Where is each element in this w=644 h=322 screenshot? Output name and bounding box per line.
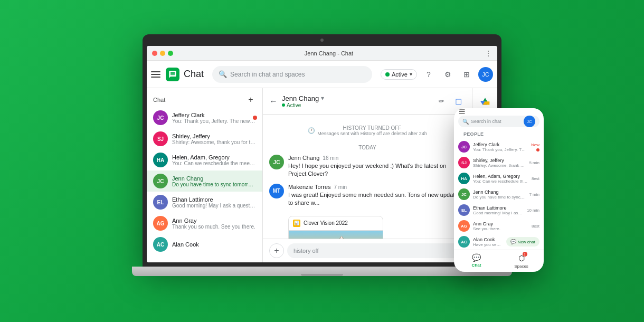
phone-contact-time: 7 min [529,192,539,197]
phone-contact-ann[interactable]: AG Ann Gray See you there. 8est [454,218,544,234]
sidebar-item-helen[interactable]: HA Helen, Adam, Gregory You: Can we resc… [147,149,262,171]
add-attachment-btn[interactable]: + [269,243,284,258]
phone-contact-preview: You: Can we reschedule the meeting fo... [473,179,528,184]
message-sender: Makenzie Torres [288,184,331,190]
minimize-window-btn[interactable] [160,51,165,56]
message-time: 7 min [334,184,347,190]
google-drive-icon[interactable] [477,92,494,109]
user-avatar[interactable]: JC [478,67,493,82]
edit-chat-btn[interactable]: ✏ [434,94,449,109]
message-sender: Jenn Chang [288,155,319,161]
phone-section-label: PEOPLE [458,130,489,138]
help-btn[interactable]: ? [421,67,436,82]
app-logo [166,68,179,81]
contact-avatar: SJ [153,131,168,146]
sidebar-item-ethan[interactable]: EL Ethan Lattimore Good morning! May I a… [147,192,262,213]
svg-rect-12 [459,111,465,112]
add-chat-btn[interactable]: + [245,94,256,105]
hamburger-menu-btn[interactable] [151,69,162,80]
phone-user-avatar[interactable]: JC [524,116,535,127]
message-row: JC Jenn Chang 16 min Hey! I hope you enj… [269,155,466,178]
history-subtitle: Messages sent with History off are delet… [317,131,427,136]
apps-btn[interactable]: ⊞ [459,67,474,82]
phone-contact-jeffery[interactable]: JC Jeffery Clark You: Thank you, Jeffery… [454,139,544,155]
window-title: Jenn Chang - Chat [305,50,353,56]
chat-settings-btn[interactable]: ◻ [451,94,466,109]
window-menu-icon[interactable]: ⋮ [485,49,492,58]
contact-avatar: HA [153,153,168,167]
contact-name: Jenn Chang [172,175,256,182]
new-chat-btn[interactable]: 💬 New chat [506,237,539,247]
phone-contact-preview: Do you have time to sync, tomorrow mor..… [473,195,526,200]
phone-avatar: JC [458,141,470,153]
chat-header-info: Jenn Chang ▾ Active [282,94,430,108]
phone-nav-chat[interactable]: 💬 Chat [454,250,499,272]
contact-avatar: JC [153,110,168,125]
phone-contact-info: Jeffery Clark You: Thank you, Jeffery. T… [473,142,528,152]
status-text: Active [392,71,408,78]
phone-nav-spaces[interactable]: ⬡ 2 Spaces [499,250,544,272]
sidebar-item-shirley[interactable]: SJ Shirley, Jeffery Shirley: Awesome, th… [147,128,262,149]
contact-info: Jenn Chang Do you have time to sync tomo… [172,175,256,187]
chat-input[interactable]: history off [287,243,466,258]
search-icon: 🔍 [219,70,227,78]
history-title: HISTORY TURNED OFF [317,125,427,131]
phone-contact-alan[interactable]: AC Alan Cook Have you seen that Jack sys… [454,234,544,250]
main-area: Chat + JC Jeffery Clark You: Thank you, … [147,88,497,262]
close-window-btn[interactable] [152,51,157,56]
back-btn[interactable]: ← [269,97,278,106]
message-avatar: JC [269,155,284,169]
maximize-window-btn[interactable] [168,51,173,56]
chat-section-header[interactable]: Chat + [147,92,262,107]
phone-contact-preview: You: Thank you, Jeffery. The newe... [473,147,528,152]
phone-search-bar[interactable]: 🔍 Search in chat JC [458,116,539,127]
phone-contact-info: Ethan Lattimore Good morning! May I ask … [473,205,524,215]
phone-contact-info: Alan Cook Have you seen that Jack system… [473,237,503,247]
laptop-camera [320,39,324,42]
card-icon: 📊 [293,220,300,227]
message-card[interactable]: 📊 Clover Vision 2022 [288,216,383,239]
phone-contact-shirley[interactable]: SJ Shirley, Jeffery Shirley: Awesome, th… [454,155,544,171]
phone-contact-ethan[interactable]: EL Ethan Lattimore Good morning! May I a… [454,202,544,218]
svg-rect-0 [289,231,383,239]
phone-contact-name: Shirley, Jeffery [473,158,526,163]
phone-contact-name: Helen, Adam, Gregory [473,174,528,179]
search-bar[interactable]: 🔍 Search in chat and spaces [212,66,372,83]
chat-nav-label: Chat [472,263,481,268]
history-off-icon: 🕐 [308,127,315,134]
sidebar-item-alan[interactable]: AC Alan Cook [147,234,262,255]
contact-avatar: AG [153,216,168,231]
status-badge[interactable]: Active ▾ [381,69,417,80]
phone-avatar: EL [458,204,470,216]
phone-contact-preview: Good morning! May I ask a question? [473,211,524,215]
sidebar-item-ann[interactable]: AG Ann Gray Thank you so much. See you t… [147,213,262,234]
phone-contact-name: Ethan Lattimore [473,205,524,211]
phone-unread-dot [536,148,539,151]
sidebar-item-jeffery-clark[interactable]: JC Jeffery Clark You: Thank you, Jeffery… [147,107,262,128]
phone-contact-jenn[interactable]: JC Jenn Chang Do you have time to sync, … [454,186,544,202]
sidebar-item-jenn-chang[interactable]: JC Jenn Chang Do you have time to sync t… [147,171,262,192]
message-header: Jenn Chang 16 min [288,155,466,161]
contact-preview: You: Thank you, Jeffery. The newe... [172,118,256,124]
spaces-section-header[interactable]: Spaces + [147,259,262,262]
message-header: Makenzie Torres 7 min [288,184,466,190]
phone-avatar: AC [458,236,470,248]
message-content-card: 📊 Clover Vision 2022 [288,213,466,239]
add-space-btn[interactable]: + [245,261,256,262]
phone-contact-info: Shirley, Jeffery Shirley: Awesome, thank… [473,158,526,168]
active-status-dot [282,103,285,107]
status-indicator [385,72,390,77]
phone-contact-time: 8est [532,176,539,181]
message-row: MT Makenzie Torres 7 min I was great! En… [269,184,466,207]
phone-contact-preview: Have you seen that Jack system... [473,242,503,247]
phone-contact-time: New [531,143,539,147]
contact-name: Shirley, Jeffery [172,133,256,139]
new-chat-label: New chat [518,240,535,244]
phone-contact-helen[interactable]: HA Helen, Adam, Gregory You: Can we resc… [454,171,544,186]
card-image: 2022+ CloverVision ▶ [289,231,383,239]
contact-preview: Shirley: Awesome, thank you for the... [172,139,256,145]
message-avatar: MT [269,184,284,198]
spaces-nav-label: Spaces [514,264,528,269]
settings-btn[interactable]: ⚙ [440,67,455,82]
phone-avatar: SJ [458,157,470,168]
